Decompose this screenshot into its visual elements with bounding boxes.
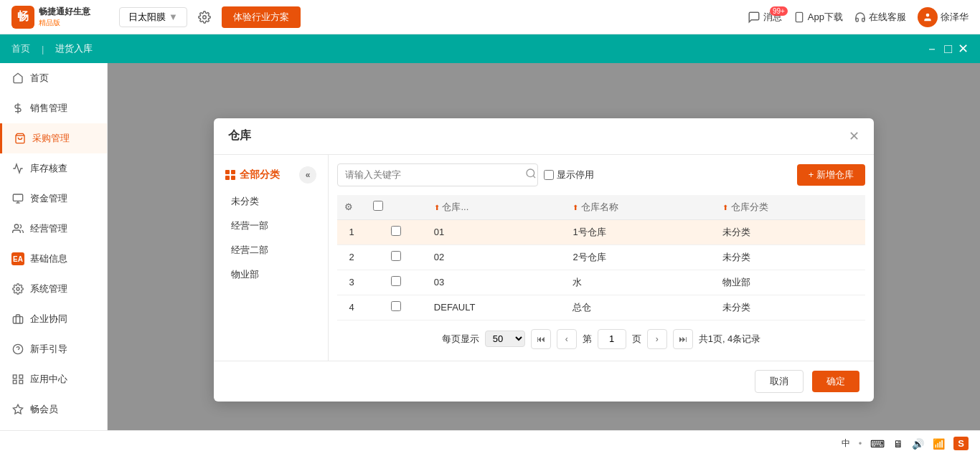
sidebar-item-info[interactable]: EA 基础信息 (0, 244, 107, 274)
category-label-2: 经营二部 (231, 244, 268, 255)
table-row[interactable]: 4 DEFAULT 总仓 未分类 (337, 295, 865, 320)
all-categories-header[interactable]: 全部分类 « (214, 161, 328, 189)
sidebar-item-system[interactable]: 系统管理 (0, 274, 107, 304)
modal-close-button[interactable]: ✕ (849, 128, 859, 144)
sidebar-item-finance[interactable]: 资金管理 (0, 184, 107, 214)
row-check-1[interactable] (366, 219, 427, 244)
sidebar-item-member[interactable]: 畅会员 (0, 394, 107, 424)
table-row[interactable]: 2 02 2号仓库 未分类 (337, 244, 865, 270)
prev-page-button[interactable]: ‹ (557, 329, 577, 349)
table-row[interactable]: 1 01 1号仓库 未分类 (337, 219, 865, 244)
category-item-unclassified[interactable]: 未分类 (214, 189, 328, 214)
sidebar-item-inventory[interactable]: 库存核查 (0, 153, 107, 184)
per-page-select[interactable]: 50 20 100 (485, 331, 525, 347)
modal-title: 仓库 (228, 128, 251, 143)
th-checkbox (366, 195, 427, 220)
show-disabled-checkbox[interactable] (544, 170, 554, 180)
sort-icon-category: ⬆ (722, 204, 728, 212)
th-settings[interactable]: ⚙ (337, 195, 366, 220)
sidebar-item-apps[interactable]: 应用中心 (0, 364, 107, 394)
trial-button[interactable]: 体验行业方案 (222, 6, 301, 28)
row-code-4: DEFAULT (427, 295, 566, 320)
add-warehouse-button[interactable]: + 新增仓库 (797, 164, 865, 186)
page-number-input[interactable] (598, 329, 626, 349)
search-input[interactable] (337, 163, 538, 186)
show-disabled-text: 显示停用 (557, 168, 594, 181)
user-menu[interactable]: 徐泽华 (918, 7, 969, 27)
row-name-4: 总仓 (565, 295, 715, 320)
maximize-button[interactable]: □ (944, 42, 952, 57)
topbar-center: 日太阳膜 ▼ 体验行业方案 (119, 6, 748, 29)
category-item-dept1[interactable]: 经营一部 (214, 214, 328, 238)
logo-sub-text: 精品版 (39, 18, 90, 28)
svg-rect-14 (13, 375, 17, 379)
logo-icon: 畅 (11, 6, 34, 29)
messages-badge: 99+ (770, 6, 788, 16)
sidebar-item-management[interactable]: 经营管理 (0, 214, 107, 244)
sidebar-label-management: 经营管理 (30, 222, 67, 235)
bottom-item-monitor[interactable]: 🖥 (893, 438, 903, 450)
last-page-button[interactable]: ⏭ (673, 329, 693, 349)
search-button[interactable] (525, 168, 537, 181)
logo-char: 畅 (17, 9, 29, 24)
total-records: 共1页, 4条记录 (699, 333, 761, 346)
bottom-logo-s: S (953, 437, 969, 450)
table-scroll-container: ⚙ ⬆ 仓库... ⬆ 仓库名称 (337, 195, 865, 320)
finance-icon (11, 192, 24, 205)
col-category-label: 仓库分类 (731, 201, 768, 212)
management-icon (11, 222, 24, 235)
confirm-button[interactable]: 确定 (812, 371, 859, 392)
sidebar-item-sales[interactable]: 销售管理 (0, 93, 107, 123)
topbar-right: 消息 99+ App下载 在线客服 徐泽华 (748, 7, 969, 27)
inventory-icon (11, 162, 24, 175)
select-all-checkbox[interactable] (373, 201, 383, 211)
sidebar-label-sales: 销售管理 (30, 102, 67, 115)
sidebar-item-purchase[interactable]: 采购管理 (0, 123, 107, 153)
svg-rect-15 (19, 375, 23, 379)
svg-rect-1 (796, 12, 802, 22)
bottom-item-zh[interactable]: 中 (842, 437, 850, 450)
svg-rect-6 (13, 194, 22, 201)
sidebar-item-enterprise[interactable]: 企业协同 (0, 304, 107, 334)
svg-marker-18 (13, 404, 22, 414)
secondbar: 首页 | 进货入库 － □ ✕ (0, 34, 980, 63)
row-check-4[interactable] (366, 295, 427, 320)
minimize-button[interactable]: － (925, 40, 938, 57)
bottom-item-keyboard[interactable]: ⌨ (870, 438, 885, 450)
category-label-3: 物业部 (231, 269, 259, 280)
system-icon (11, 282, 24, 295)
apps-icon (11, 373, 24, 386)
app-download-label: App下载 (808, 11, 843, 24)
cancel-button[interactable]: 取消 (755, 370, 804, 393)
table-header: ⚙ ⬆ 仓库... ⬆ 仓库名称 (337, 195, 865, 220)
online-service-button[interactable]: 在线客服 (854, 11, 906, 24)
modal-footer: 取消 确定 (214, 361, 874, 402)
close-window-button[interactable]: ✕ (958, 41, 969, 57)
row-check-2[interactable] (366, 244, 427, 270)
first-page-button[interactable]: ⏮ (531, 329, 551, 349)
messages-button[interactable]: 消息 99+ (748, 11, 782, 24)
category-item-dept2[interactable]: 经营二部 (214, 238, 328, 262)
app-download-button[interactable]: App下载 (793, 11, 843, 24)
breadcrumb-home[interactable]: 首页 (11, 42, 30, 55)
bottom-item-speaker[interactable]: 🔊 (912, 438, 924, 450)
row-index-3: 3 (337, 270, 366, 295)
store-selector[interactable]: 日太阳膜 ▼ (119, 7, 187, 27)
sidebar-label-enterprise: 企业协同 (30, 313, 67, 326)
category-item-property[interactable]: 物业部 (214, 262, 328, 287)
sidebar-item-home[interactable]: 首页 (0, 63, 107, 93)
secondbar-actions: － □ ✕ (925, 40, 969, 57)
sidebar-label-system: 系统管理 (30, 282, 67, 295)
category-collapse-button[interactable]: « (299, 166, 316, 184)
all-categories-label: 全部分类 (240, 168, 280, 181)
sidebar-item-guide[interactable]: 新手引导 (0, 334, 107, 364)
svg-point-10 (17, 288, 19, 290)
settings-gear-button[interactable] (193, 6, 216, 29)
next-page-button[interactable]: › (647, 329, 667, 349)
row-check-3[interactable] (366, 270, 427, 295)
table-row[interactable]: 3 03 水 物业部 (337, 270, 865, 295)
purchase-icon (14, 132, 27, 145)
warehouse-modal: 仓库 ✕ 全部分类 « (214, 118, 874, 402)
row-index-4: 4 (337, 295, 366, 320)
bottom-item-network[interactable]: 📶 (933, 438, 945, 450)
